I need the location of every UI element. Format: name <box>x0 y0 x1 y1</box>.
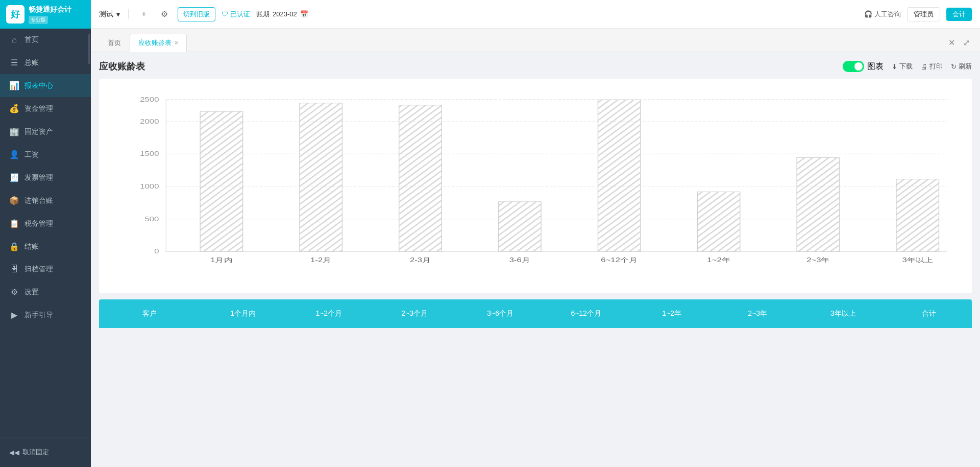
logo-icon: 好 <box>6 5 24 24</box>
consult-label: 人工咨询 <box>874 10 901 19</box>
sidebar-item-guide[interactable]: ▶ 新手引导 <box>0 303 91 326</box>
svg-text:1000: 1000 <box>140 183 159 190</box>
sidebar-icon-closing: 🔒 <box>9 242 19 251</box>
unpin-button[interactable]: ◀◀ 取消固定 <box>0 442 91 462</box>
calendar-icon: 📅 <box>300 10 308 18</box>
sidebar-label-home: 首页 <box>24 35 39 44</box>
print-icon: 🖨 <box>921 63 927 71</box>
sidebar-item-closing[interactable]: 🔒 结账 <box>0 235 91 258</box>
table-header-3: 2~3个月 <box>372 309 457 318</box>
sidebar-icon-home: ⌂ <box>9 35 19 44</box>
topbar-right: 🎧 人工咨询 管理员 会计 <box>864 7 972 21</box>
chart-toggle-label: 图表 <box>867 61 884 72</box>
sidebar-nav: ⌂ 首页 ☰ 总账 📊 报表中心 💰 资金管理 🏢 固定资产 👤 工资 🧾 发票… <box>0 29 91 437</box>
bar-1-2年 <box>697 192 740 251</box>
page-actions: 图表 ⬇ 下载 🖨 打印 ↻ 刷新 <box>843 61 972 72</box>
svg-text:0: 0 <box>154 248 159 255</box>
table-header-0: 客户 <box>99 309 200 318</box>
sidebar-bottom: ◀◀ 取消固定 <box>0 437 91 467</box>
svg-text:3-6月: 3-6月 <box>509 256 530 263</box>
chart-toggle[interactable] <box>843 61 864 72</box>
app-edition: 专业版 <box>29 16 48 24</box>
unpin-icon: ◀◀ <box>9 449 19 456</box>
sidebar-item-settings[interactable]: ⚙ 设置 <box>0 281 91 303</box>
add-button[interactable]: ＋ <box>137 7 151 21</box>
svg-text:3年以上: 3年以上 <box>902 256 933 263</box>
sidebar-label-assets: 固定资产 <box>24 127 53 136</box>
sidebar-item-assets[interactable]: 🏢 固定资产 <box>0 120 91 143</box>
svg-text:500: 500 <box>145 216 159 222</box>
project-selector[interactable]: 测试 ▾ <box>99 10 120 19</box>
download-button[interactable]: ⬇ 下载 <box>892 62 913 71</box>
certified-status: 🛡 已认证 <box>222 10 250 19</box>
svg-text:2000: 2000 <box>140 118 159 125</box>
sidebar-item-ledger[interactable]: ☰ 总账 <box>0 51 91 74</box>
tab-receivable-aging-label: 应收账龄表 <box>138 38 172 48</box>
switch-version-button[interactable]: 切到旧版 <box>178 7 215 21</box>
sidebar-item-tax[interactable]: 📋 税务管理 <box>0 212 91 235</box>
project-name: 测试 <box>99 10 113 19</box>
sidebar-icon-invoice: 🧾 <box>9 173 19 182</box>
sidebar-icon-sales: 📦 <box>9 196 19 205</box>
expand-icon[interactable]: ⤢ <box>961 36 972 50</box>
main-area: 测试 ▾ ＋ ⚙ 切到旧版 🛡 已认证 账期 2023-02 📅 🎧 人工咨询 … <box>91 0 980 467</box>
sidebar-item-funds[interactable]: 💰 资金管理 <box>0 97 91 120</box>
bar-2-3年 <box>797 158 840 252</box>
table-header-4: 3~6个月 <box>457 309 543 318</box>
sidebar-icon-settings: ⚙ <box>9 287 19 297</box>
sidebar-label-tax: 税务管理 <box>24 219 53 228</box>
tabs-right-controls: ✕ ⤢ <box>946 36 972 52</box>
sidebar-item-sales[interactable]: 📦 进销台账 <box>0 189 91 212</box>
sidebar-item-archive[interactable]: 🗄 归档管理 <box>0 258 91 281</box>
app-name: 畅捷通好会计 <box>29 5 71 14</box>
user-button[interactable]: 管理员 <box>907 7 940 21</box>
sidebar-label-ledger: 总账 <box>24 58 39 67</box>
sidebar-item-payroll[interactable]: 👤 工资 <box>0 143 91 166</box>
tab-home[interactable]: 首页 <box>99 33 130 52</box>
sidebar: 好 畅捷通好会计 专业版 ⌂ 首页 ☰ 总账 📊 报表中心 💰 资金管理 🏢 固… <box>0 0 91 467</box>
bar-chart: 0 500 1000 1500 2000 2500 <box>109 89 962 283</box>
sidebar-scrollbar <box>88 29 91 447</box>
tab-receivable-aging[interactable]: 应收账龄表 × <box>130 34 187 52</box>
headset-icon: 🎧 <box>864 10 872 18</box>
page-title: 应收账龄表 <box>99 60 145 73</box>
dropdown-icon: ▾ <box>116 10 120 18</box>
sidebar-label-invoice: 发票管理 <box>24 173 53 182</box>
svg-text:1500: 1500 <box>140 151 159 157</box>
sidebar-label-closing: 结账 <box>24 242 39 251</box>
print-button[interactable]: 🖨 打印 <box>921 62 943 71</box>
settings-icon-btn[interactable]: ⚙ <box>157 7 172 21</box>
sidebar-label-settings: 设置 <box>24 288 39 297</box>
download-label: 下载 <box>899 62 913 71</box>
page-header: 应收账龄表 图表 ⬇ 下载 🖨 打印 ↻ 刷新 <box>99 60 972 73</box>
sidebar-label-sales: 进销台账 <box>24 196 53 205</box>
content-area: 应收账龄表 图表 ⬇ 下载 🖨 打印 ↻ 刷新 <box>91 52 980 467</box>
topbar-divider1 <box>128 9 129 19</box>
sidebar-item-invoice[interactable]: 🧾 发票管理 <box>0 166 91 189</box>
app-logo: 好 畅捷通好会计 专业版 <box>0 0 91 29</box>
period-selector[interactable]: 账期 2023-02 📅 <box>256 10 308 19</box>
sidebar-label-archive: 归档管理 <box>24 265 53 274</box>
sidebar-icon-guide: ▶ <box>9 310 19 320</box>
sidebar-icon-ledger: ☰ <box>9 58 19 67</box>
sidebar-icon-tax: 📋 <box>9 219 19 228</box>
refresh-button[interactable]: ↻ 刷新 <box>951 62 972 71</box>
bar-3-6月 <box>499 202 541 252</box>
table-header-5: 6~12个月 <box>543 309 629 318</box>
sidebar-item-home[interactable]: ⌂ 首页 <box>0 29 91 51</box>
tab-close-icon[interactable]: × <box>175 40 178 46</box>
table-header-8: 3年以上 <box>800 309 886 318</box>
refresh-icon: ↻ <box>951 63 957 71</box>
svg-text:2~3年: 2~3年 <box>806 256 829 263</box>
role-button[interactable]: 会计 <box>946 8 972 21</box>
table-header-9: 合计 <box>886 309 972 318</box>
close-window-icon[interactable]: ✕ <box>946 36 957 50</box>
period-value: 2023-02 <box>273 10 297 18</box>
sidebar-item-reports[interactable]: 📊 报表中心 <box>0 74 91 97</box>
svg-text:1月内: 1月内 <box>210 256 232 263</box>
table-header-2: 1~2个月 <box>286 309 372 318</box>
tab-home-label: 首页 <box>108 38 121 48</box>
bar-6-12月 <box>598 100 641 252</box>
consult-button[interactable]: 🎧 人工咨询 <box>864 10 901 19</box>
sidebar-icon-assets: 🏢 <box>9 127 19 136</box>
